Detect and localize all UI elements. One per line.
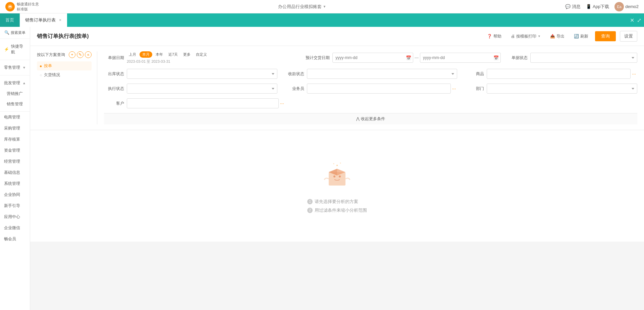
exec-status-select[interactable] bbox=[127, 84, 277, 94]
settings-btn[interactable]: 设置 bbox=[620, 31, 637, 42]
sidebar-item-sales[interactable]: 销售管理 bbox=[0, 99, 30, 109]
page-actions: ❓ 帮助 🖨 按模板打印 ▼ 📤 导出 🔄 刷新 查询 设置 bbox=[484, 31, 637, 42]
empty-tips: 1 请先选择要分析的方案 2 用过滤条件来缩小分析范围 bbox=[307, 197, 367, 215]
date-btn-more[interactable]: 更多 bbox=[181, 51, 193, 58]
delivery-status-select[interactable] bbox=[127, 69, 277, 79]
sidebar-item-marketing[interactable]: 营销推广 bbox=[0, 89, 30, 99]
expected-date-from-input[interactable] bbox=[332, 53, 413, 63]
salesman-more-btn[interactable]: ··· bbox=[451, 86, 458, 91]
calendar-to-icon: 📅 bbox=[493, 55, 499, 60]
industry-selector[interactable]: 办公用品行业模拟账套 ▼ bbox=[278, 4, 326, 10]
sidebar-item-finance[interactable]: 资金管理 bbox=[0, 145, 30, 156]
calendar-from-icon: 📅 bbox=[406, 55, 411, 60]
logo-text: 畅捷通好生意 标准版 bbox=[17, 2, 39, 11]
dept-select[interactable] bbox=[487, 84, 637, 94]
sidebar-item-inventory[interactable]: 库存核算 bbox=[0, 134, 30, 145]
sidebar-item-corpwechat[interactable]: 企业微信 bbox=[0, 222, 30, 234]
date-btn-this-month[interactable]: 本月 bbox=[140, 51, 152, 58]
delivery-status-label: 出库状态 bbox=[104, 71, 124, 77]
customer-input[interactable] bbox=[127, 98, 279, 108]
sidebar-item-quick-nav[interactable]: ⚡ 快捷导航 bbox=[0, 41, 30, 58]
salesman-label: 业务员 bbox=[284, 86, 304, 92]
sidebar-item-ecommerce[interactable]: 电商管理 bbox=[0, 112, 30, 123]
main-layout: 🔍 搜索菜单 ⚡ 快捷导航 零售管理 ▼ 批发管理 ▲ 营销推广 销售管理 电商… bbox=[0, 27, 644, 310]
filter-row-3: 执行状态 业务员 ··· bbox=[104, 84, 637, 94]
expected-date-label: 预计交货日期 bbox=[306, 55, 330, 61]
goods-input[interactable] bbox=[487, 69, 631, 79]
message-icon: 💬 bbox=[565, 4, 571, 9]
svg-point-7 bbox=[333, 163, 334, 164]
filter-scheme-panel: 按以下方案查询 + ✎ « ● 按单 ○ 欠货情况 bbox=[37, 51, 97, 124]
filter-payment-status: 收款状态 bbox=[284, 69, 458, 79]
date-separator: — bbox=[415, 55, 419, 60]
tab-sales-order[interactable]: 销售订单执行表 × bbox=[20, 13, 67, 27]
filter-doc-status: 单据状态 bbox=[507, 53, 638, 63]
content-area: 销售订单执行表(按单) ❓ 帮助 🖨 按模板打印 ▼ 📤 导出 🔄 刷新 bbox=[30, 27, 644, 310]
date-btn-this-year[interactable]: 本年 bbox=[154, 51, 165, 58]
help-btn[interactable]: ❓ 帮助 bbox=[484, 32, 504, 41]
svg-point-6 bbox=[336, 165, 338, 166]
download-icon: 📱 bbox=[586, 4, 591, 9]
quick-nav-icon: ⚡ bbox=[4, 47, 9, 52]
scheme-item-欠货情况[interactable]: ○ 欠货情况 bbox=[37, 70, 92, 80]
salesman-input[interactable] bbox=[307, 84, 451, 94]
customer-more-btn[interactable]: ··· bbox=[279, 101, 285, 106]
refresh-btn[interactable]: 🔄 刷新 bbox=[571, 32, 591, 41]
tab-expand-icon[interactable]: ⤢ bbox=[637, 17, 641, 23]
delivery-status-control bbox=[127, 69, 277, 79]
logo-icon bbox=[5, 2, 15, 11]
sidebar-item-member[interactable]: 畅会员 bbox=[0, 234, 30, 245]
tip-num-2: 2 bbox=[307, 208, 313, 213]
sidebar-item-system[interactable]: 系统管理 bbox=[0, 178, 30, 189]
goods-control: ··· bbox=[487, 69, 637, 79]
doc-status-select[interactable] bbox=[530, 53, 638, 63]
search-icon: 🔍 bbox=[4, 30, 9, 35]
tab-home[interactable]: 首页 bbox=[0, 13, 20, 27]
print-icon: 🖨 bbox=[511, 34, 515, 39]
sidebar-item-operations[interactable]: 经营管理 bbox=[0, 156, 30, 167]
filter-goods: 商品 ··· bbox=[464, 69, 637, 79]
scheme-item-按单[interactable]: ● 按单 bbox=[37, 61, 92, 70]
app-download-action[interactable]: 📱 App下载 bbox=[586, 4, 609, 10]
top-header: 畅捷通好生意 标准版 办公用品行业模拟账套 ▼ 💬 消息 📱 App下载 Ea … bbox=[0, 0, 644, 13]
add-scheme-btn[interactable]: + bbox=[69, 51, 75, 58]
filter-row-1: 单据日期 上月 本月 本年 近7天 更多 自定义 2023-03-01 至 20… bbox=[104, 51, 637, 64]
tab-bar-right: ✕ ⤢ bbox=[630, 17, 644, 23]
sidebar-item-appstore[interactable]: 应用中心 bbox=[0, 211, 30, 222]
tab-close-all-icon[interactable]: ✕ bbox=[630, 17, 634, 23]
sidebar-item-wholesale[interactable]: 批发管理 ▲ bbox=[0, 78, 30, 89]
collapse-scheme-btn[interactable]: « bbox=[85, 51, 92, 58]
payment-status-label: 收款状态 bbox=[284, 71, 304, 77]
svg-point-4 bbox=[333, 175, 335, 177]
export-icon: 📤 bbox=[550, 34, 555, 39]
tab-close-btn[interactable]: × bbox=[59, 18, 61, 22]
salesman-control: ··· bbox=[307, 84, 458, 94]
expected-date-control: 📅 — 📅 bbox=[332, 53, 500, 63]
sidebar-item-purchase[interactable]: 采购管理 bbox=[0, 123, 30, 134]
sidebar-item-newbie[interactable]: 新手引导 bbox=[0, 200, 30, 211]
page-header: 销售订单执行表(按单) ❓ 帮助 🖨 按模板打印 ▼ 📤 导出 🔄 刷新 bbox=[30, 27, 644, 46]
message-action[interactable]: 💬 消息 bbox=[565, 4, 581, 10]
filter-delivery-status: 出库状态 bbox=[104, 69, 277, 79]
user-area[interactable]: Ea demo2 bbox=[614, 2, 639, 11]
edit-scheme-btn[interactable]: ✎ bbox=[77, 51, 84, 58]
export-btn[interactable]: 📤 导出 bbox=[547, 32, 567, 41]
scheme-actions: + ✎ « bbox=[69, 51, 92, 58]
date-range-text: 2023-03-01 至 2023-03-31 bbox=[127, 59, 299, 64]
collapse-filter-btn[interactable]: ⋀ 收起更多条件 bbox=[104, 113, 637, 124]
date-btn-custom[interactable]: 自定义 bbox=[194, 51, 209, 58]
filter-fields: 单据日期 上月 本月 本年 近7天 更多 自定义 2023-03-01 至 20… bbox=[97, 51, 637, 124]
query-btn[interactable]: 查询 bbox=[595, 31, 616, 41]
expected-date-from: 📅 bbox=[332, 53, 413, 63]
goods-more-btn[interactable]: ··· bbox=[631, 71, 637, 76]
sidebar-search[interactable]: 🔍 搜索菜单 bbox=[0, 27, 30, 39]
date-btn-last-month[interactable]: 上月 bbox=[127, 51, 138, 58]
sidebar-item-basic[interactable]: 基础信息 bbox=[0, 167, 30, 178]
print-btn[interactable]: 🖨 按模板打印 ▼ bbox=[508, 32, 543, 41]
sidebar-item-enterprise[interactable]: 企业协同 bbox=[0, 189, 30, 200]
expected-date-to-input[interactable] bbox=[420, 53, 501, 63]
filter-salesman: 业务员 ··· bbox=[284, 84, 458, 94]
date-btn-7days[interactable]: 近7天 bbox=[166, 51, 180, 58]
sidebar-item-retail[interactable]: 零售管理 ▼ bbox=[0, 62, 30, 73]
payment-status-select[interactable] bbox=[307, 69, 458, 79]
